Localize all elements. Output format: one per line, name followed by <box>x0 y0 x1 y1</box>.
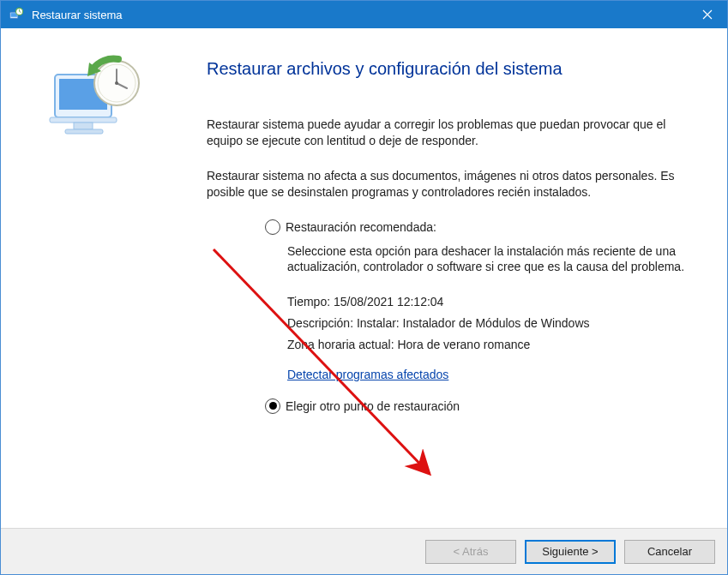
radio-recommended[interactable] <box>265 219 280 235</box>
timezone-value: Hora de verano romance <box>397 338 530 351</box>
recommended-description: Seleccione esta opción para deshacer la … <box>287 243 691 276</box>
svg-point-12 <box>115 81 118 85</box>
svg-rect-6 <box>74 123 93 129</box>
close-icon <box>702 9 713 20</box>
option-choose-other[interactable]: Elegir otro punto de restauración <box>265 398 691 414</box>
wizard-footer: < Atrás Siguiente > Cancelar <box>1 528 727 574</box>
restore-description-line: Descripción: Instalar: Instalador de Mód… <box>287 315 691 332</box>
window-title: Restaurar sistema <box>32 9 688 21</box>
content-panel: Restaurar archivos y configuración del s… <box>190 28 727 528</box>
intro-paragraph-2: Restaurar sistema no afecta a sus docume… <box>207 168 691 201</box>
system-restore-icon <box>39 52 151 147</box>
cancel-button[interactable]: Cancelar <box>624 540 715 564</box>
option-recommended-label: Restauración recomendada: <box>286 220 436 234</box>
close-button[interactable] <box>688 1 727 28</box>
description-value: Instalar: Instalador de Módulos de Windo… <box>357 316 590 330</box>
titlebar: Restaurar sistema <box>1 1 727 28</box>
back-button: < Atrás <box>425 540 516 564</box>
next-button[interactable]: Siguiente > <box>525 540 616 564</box>
page-heading: Restaurar archivos y configuración del s… <box>207 59 691 79</box>
restore-time-line: Tiempo: 15/08/2021 12:12:04 <box>287 294 691 310</box>
description-label: Descripción: <box>287 316 353 330</box>
option-recommended-detail: Seleccione esta opción para deshacer la … <box>287 243 691 398</box>
restore-timezone-line: Zona horaria actual: Hora de verano roma… <box>287 337 691 353</box>
app-icon <box>8 6 25 23</box>
time-value: 15/08/2021 12:12:04 <box>334 295 443 308</box>
system-restore-window: Restaurar sistema <box>0 0 728 575</box>
option-choose-other-label: Elegir otro punto de restauración <box>286 399 460 413</box>
radio-choose-other[interactable] <box>265 398 280 414</box>
restore-options-group: Restauración recomendada: Seleccione est… <box>265 219 691 414</box>
timezone-label: Zona horaria actual: <box>287 338 394 351</box>
intro-paragraph-1: Restaurar sistema puede ayudar a corregi… <box>207 117 691 149</box>
detect-affected-programs-link[interactable]: Detectar programas afectados <box>287 367 448 383</box>
svg-rect-5 <box>50 117 117 123</box>
svg-rect-7 <box>65 129 103 134</box>
time-label: Tiempo: <box>287 295 330 308</box>
dialog-body: Restaurar archivos y configuración del s… <box>1 28 727 528</box>
sidebar-graphic-panel <box>1 28 190 528</box>
option-recommended[interactable]: Restauración recomendada: <box>265 219 691 235</box>
